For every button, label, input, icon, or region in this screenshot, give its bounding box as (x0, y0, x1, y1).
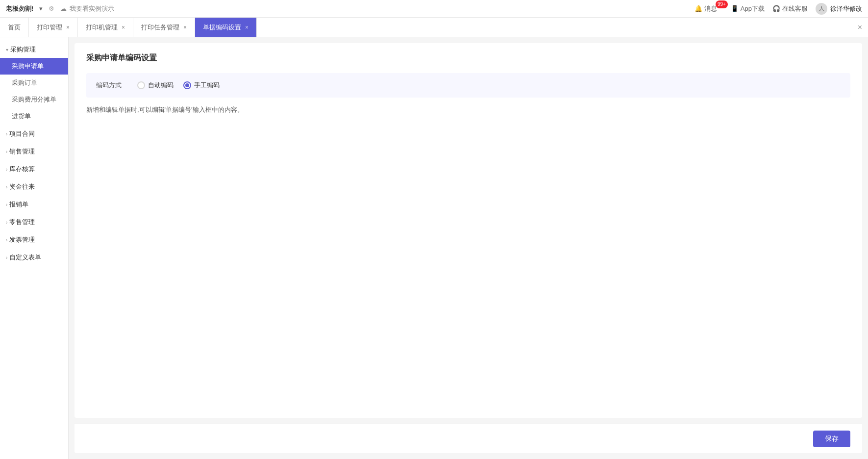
tab-printer-management-label: 打印机管理 (86, 23, 118, 32)
sidebar-group-label-sales-management: 销售管理 (9, 147, 35, 156)
content-main: 采购申请单编码设置 编码方式 自动编码 手工编码 (74, 43, 862, 418)
sidebar-group-invoice-management: › 发票管理 (0, 231, 68, 248)
cloud-icon: ☁ (60, 5, 67, 12)
sidebar-item-goods-receipt[interactable]: 进货单 (0, 108, 68, 125)
tab-print-task-management[interactable]: 打印任务管理 × (133, 18, 195, 37)
sidebar-group-inventory-accounting: › 库存核算 (0, 161, 68, 178)
encoding-section: 编码方式 自动编码 手工编码 (86, 73, 850, 98)
tab-home-label: 首页 (8, 23, 21, 32)
sidebar: ▾ 采购管理 采购申请单 采购订单 采购费用分摊单 进货单 › 项目合同 (0, 37, 69, 459)
sidebar-group-header-sales-management[interactable]: › 销售管理 (0, 143, 68, 160)
radio-auto-code[interactable]: 自动编码 (137, 81, 174, 90)
chevron-down-icon: ▾ (39, 5, 43, 12)
tab-single-code-settings[interactable]: 单据编码设置 × (195, 18, 257, 37)
radio-auto-code-circle[interactable] (137, 81, 145, 89)
settings-icon[interactable] (49, 5, 54, 12)
encoding-row: 编码方式 自动编码 手工编码 (96, 81, 841, 90)
hint-text: 新增和编辑单据时,可以编辑'单据编号'输入框中的内容。 (86, 105, 850, 114)
sidebar-item-purchase-order[interactable]: 采购订单 (0, 75, 68, 91)
sidebar-item-label-purchase-requisition: 采购申请单 (12, 62, 44, 70)
tab-print-management-close[interactable]: × (66, 24, 70, 31)
radio-manual-code-circle[interactable] (183, 81, 191, 89)
sidebar-group-label-sales-return: 报销单 (9, 200, 28, 209)
radio-manual-code-label: 手工编码 (194, 81, 220, 90)
chevron-right-icon-5: › (6, 202, 7, 207)
avatar-placeholder: 人 (819, 5, 824, 12)
sidebar-group-label-custom-forms: 自定义表单 (9, 253, 41, 262)
sidebar-group-header-fund-transactions[interactable]: › 资金往来 (0, 178, 68, 195)
sidebar-item-purchase-requisition[interactable]: 采购申请单 (0, 58, 68, 75)
sidebar-group-label-fund-transactions: 资金往来 (9, 182, 35, 191)
tab-bar: 首页 打印管理 × 打印机管理 × 打印任务管理 × 单据编码设置 × × (0, 18, 868, 37)
sidebar-group-fund-transactions: › 资金往来 (0, 178, 68, 195)
sidebar-item-label-goods-receipt: 进货单 (12, 112, 31, 120)
tab-bar-right: × (858, 23, 868, 32)
sidebar-group-label-project-contract: 项目合同 (9, 129, 35, 138)
sidebar-group-project-contract: › 项目合同 (0, 126, 68, 142)
radio-auto-code-label: 自动编码 (148, 81, 174, 90)
main-layout: ▾ 采购管理 采购申请单 采购订单 采购费用分摊单 进货单 › 项目合同 (0, 37, 868, 459)
sidebar-group-label-inventory-accounting: 库存核算 (9, 165, 35, 174)
sidebar-group-header-sales-return[interactable]: › 报销单 (0, 196, 68, 213)
tab-printer-management[interactable]: 打印机管理 × (78, 18, 133, 37)
top-bar-right: 🔔 消息 99+ 📱 App下载 🎧 在线客服 人 徐泽华修改 (694, 3, 862, 15)
content-footer: 保存 (74, 424, 862, 453)
phone-icon: 📱 (731, 5, 739, 12)
tab-single-code-settings-label: 单据编码设置 (203, 23, 241, 32)
sidebar-group-header-project-contract[interactable]: › 项目合同 (0, 126, 68, 142)
search-bar[interactable]: ☁ 我要看实例演示 (60, 4, 114, 13)
sidebar-group-header-custom-forms[interactable]: › 自定义表单 (0, 249, 68, 266)
bell-icon: 🔔 (694, 5, 702, 12)
sidebar-group-label-invoice-management: 发票管理 (9, 235, 35, 244)
chevron-right-icon-2: › (6, 149, 7, 154)
chevron-right-icon-8: › (6, 255, 7, 260)
username: 徐泽华修改 (830, 4, 862, 13)
sidebar-group-header-invoice-management[interactable]: › 发票管理 (0, 231, 68, 248)
online-service-label: 在线客服 (782, 4, 808, 13)
radio-group: 自动编码 手工编码 (137, 81, 220, 90)
chevron-right-icon-7: › (6, 237, 7, 243)
message-badge: 99+ (716, 0, 728, 8)
user-info[interactable]: 人 徐泽华修改 (816, 3, 862, 15)
sidebar-group-sales-return: › 报销单 (0, 196, 68, 213)
avatar: 人 (816, 3, 827, 15)
message-label: 消息 (704, 4, 717, 13)
tab-bar-close-btn[interactable]: × (858, 23, 862, 32)
tab-print-management-label: 打印管理 (37, 23, 62, 32)
sidebar-group-custom-forms: › 自定义表单 (0, 249, 68, 266)
logo-dropdown[interactable]: ▾ (39, 5, 43, 12)
chevron-right-icon: › (6, 131, 7, 137)
sidebar-group-label-retail-management: 零售管理 (9, 218, 35, 227)
sidebar-group-sales-management: › 销售管理 (0, 143, 68, 160)
sidebar-group-header-retail-management[interactable]: › 零售管理 (0, 214, 68, 230)
sidebar-group-purchase-management: ▾ 采购管理 采购申请单 采购订单 采购费用分摊单 进货单 (0, 41, 68, 125)
tab-single-code-settings-close[interactable]: × (245, 24, 248, 31)
chevron-right-icon-4: › (6, 184, 7, 190)
app-download-label: App下载 (741, 4, 765, 13)
chevron-down-icon: ▾ (6, 47, 8, 52)
tab-printer-management-close[interactable]: × (122, 24, 125, 31)
chevron-right-icon-3: › (6, 167, 7, 172)
sidebar-group-header-inventory-accounting[interactable]: › 库存核算 (0, 161, 68, 178)
message-btn[interactable]: 🔔 消息 99+ (694, 4, 723, 13)
encoding-method-label: 编码方式 (96, 81, 125, 90)
sidebar-item-purchase-expense-split[interactable]: 采购费用分摊单 (0, 91, 68, 108)
tab-print-task-management-close[interactable]: × (183, 24, 187, 31)
chevron-right-icon-6: › (6, 220, 7, 225)
sidebar-group-retail-management: › 零售管理 (0, 214, 68, 230)
save-button[interactable]: 保存 (813, 431, 850, 447)
sidebar-item-label-purchase-expense-split: 采购费用分摊单 (12, 96, 56, 103)
sidebar-group-header-purchase-management[interactable]: ▾ 采购管理 (0, 41, 68, 58)
radio-manual-code[interactable]: 手工编码 (183, 81, 220, 90)
online-service-btn[interactable]: 🎧 在线客服 (772, 4, 808, 13)
app-download-btn[interactable]: 📱 App下载 (731, 4, 765, 13)
top-bar-left: 老板勿割! ▾ ☁ 我要看实例演示 (6, 4, 114, 13)
top-bar: 老板勿割! ▾ ☁ 我要看实例演示 🔔 消息 99+ 📱 App下载 🎧 在线客… (0, 0, 868, 18)
headset-icon: 🎧 (772, 5, 780, 12)
tab-print-management[interactable]: 打印管理 × (29, 18, 78, 37)
tab-home[interactable]: 首页 (0, 18, 29, 37)
tab-print-task-management-label: 打印任务管理 (141, 23, 179, 32)
content-area: 采购申请单编码设置 编码方式 自动编码 手工编码 (69, 37, 868, 459)
sidebar-item-label-purchase-order: 采购订单 (12, 79, 37, 86)
page-title: 采购申请单编码设置 (86, 53, 850, 63)
